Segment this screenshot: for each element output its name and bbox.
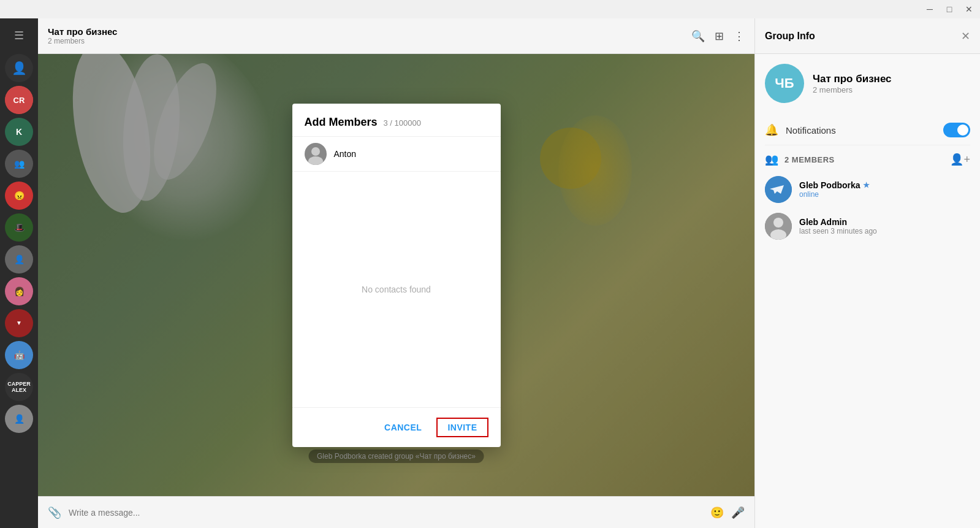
chat-title: Чат про бизнес (48, 26, 684, 37)
group-profile: ЧБ Чат про бизнес 2 members (765, 64, 970, 103)
titlebar: ─ □ ✕ (0, 0, 980, 18)
notifications-toggle[interactable] (943, 123, 970, 137)
sidebar-item-12[interactable]: 👤 (5, 405, 33, 433)
layout-icon[interactable]: ⊞ (715, 29, 724, 43)
group-info-content: ЧБ Чат про бизнес 2 members 🔔 Notificati… (755, 54, 980, 254)
group-avatar: ЧБ (765, 64, 804, 103)
member-name-gleb-podborka: Gleb Podborka ★ (799, 180, 970, 190)
star-icon: ★ (863, 181, 870, 189)
search-icon[interactable]: 🔍 (691, 29, 705, 43)
modal-title-row: Add Members 3 / 100000 (305, 116, 421, 129)
member-avatar-anton (305, 143, 327, 165)
sidebar-item-2[interactable]: CR (5, 86, 33, 114)
header-icons: 🔍 ⊞ ⋮ (691, 29, 745, 43)
chat-background: February 14 Gleb Podborka created group … (38, 54, 754, 496)
modal-header: Add Members 3 / 100000 (292, 104, 501, 137)
modal-footer: CANCEL INVITE (292, 407, 501, 447)
member-name-anton: Anton (334, 149, 357, 159)
members-icon: 👥 (765, 153, 778, 166)
sidebar-item-7[interactable]: 👤 (5, 245, 33, 274)
sidebar-item-11[interactable]: CAPPERALEX (5, 373, 33, 401)
group-name: Чат про бизнес (813, 73, 892, 85)
modal-count: 3 / 100000 (384, 118, 421, 128)
modal-title: Add Members (305, 116, 378, 129)
attach-icon[interactable]: 📎 (48, 506, 61, 519)
emoji-icon[interactable]: 🙂 (710, 506, 724, 519)
group-members-count: 2 members (813, 85, 892, 94)
add-member-button[interactable]: 👤+ (950, 153, 970, 166)
svg-point-2 (311, 147, 320, 156)
mic-icon[interactable]: 🎤 (731, 506, 745, 519)
chat-input-bar: 📎 🙂 🎤 (38, 496, 754, 528)
sidebar-item-10[interactable]: 🤖 (5, 341, 33, 369)
sidebar-item-1[interactable]: 👤 (5, 54, 33, 82)
invite-button[interactable]: INVITE (436, 418, 488, 437)
svg-point-3 (308, 156, 323, 165)
members-label: 2 MEMBERS (784, 155, 944, 164)
right-panel: Group Info ✕ ЧБ Чат про бизнес 2 members… (754, 18, 980, 528)
notifications-row: 🔔 Notifications (765, 115, 970, 145)
chat-area: Чат про бизнес 2 members 🔍 ⊞ ⋮ February … (38, 18, 754, 528)
more-options-icon[interactable]: ⋮ (734, 29, 745, 43)
members-section-header: 👥 2 MEMBERS 👤+ (765, 145, 970, 171)
chat-header-info: Чат про бизнес 2 members (48, 26, 684, 45)
member-name-gleb-admin: Gleb Admin (799, 217, 970, 227)
sidebar-item-9[interactable]: ▼ (5, 309, 33, 337)
member-row-gleb-podborka[interactable]: Gleb Podborka ★ online (765, 171, 970, 208)
group-details: Чат про бизнес 2 members (813, 73, 892, 94)
right-panel-close-button[interactable]: ✕ (961, 29, 970, 43)
sidebar-item-4[interactable]: 👥 (5, 150, 33, 178)
sidebar-item-6[interactable]: 🎩 (5, 213, 33, 242)
modal-empty-state: No contacts found (292, 172, 501, 407)
chat-subtitle: 2 members (48, 37, 684, 45)
selected-member-anton[interactable]: Anton (292, 137, 501, 172)
add-members-modal: Add Members 3 / 100000 Anton No contacts (292, 104, 501, 447)
svg-text:CR: CR (13, 96, 25, 105)
svg-point-6 (773, 218, 783, 228)
chat-header: Чат про бизнес 2 members 🔍 ⊞ ⋮ (38, 18, 754, 54)
member-info-gleb-admin: Gleb Admin last seen 3 minutes ago (799, 217, 970, 235)
member-avatar-gleb-admin (765, 213, 792, 240)
notifications-label: Notifications (786, 125, 936, 136)
modal-empty-text: No contacts found (362, 285, 431, 294)
app-container: ☰ 👤 CR K 👥 😠 🎩 👤 👩 ▼ 🤖 CAPPERALEX 👤 Ч (0, 18, 980, 528)
modal-overlay: Add Members 3 / 100000 Anton No contacts (38, 54, 754, 496)
close-window-button[interactable]: ✕ (963, 3, 975, 15)
member-row-gleb-admin[interactable]: Gleb Admin last seen 3 minutes ago (765, 208, 970, 245)
sidebar-item-5[interactable]: 😠 (5, 182, 33, 210)
right-panel-title: Group Info (765, 31, 961, 42)
bell-icon: 🔔 (765, 123, 778, 137)
member-avatar-gleb-podborka (765, 176, 792, 203)
member-info-gleb-podborka: Gleb Podborka ★ online (799, 180, 970, 199)
message-input[interactable] (69, 508, 703, 518)
member-status-gleb-podborka: online (799, 190, 970, 199)
right-panel-header: Group Info ✕ (755, 18, 980, 54)
sidebar-menu-icon[interactable]: ☰ (7, 23, 31, 48)
maximize-button[interactable]: □ (943, 3, 955, 15)
member-status-gleb-admin: last seen 3 minutes ago (799, 227, 970, 235)
minimize-button[interactable]: ─ (924, 3, 936, 15)
sidebar-item-3[interactable]: K (5, 118, 33, 146)
sidebar-item-8[interactable]: 👩 (5, 277, 33, 305)
cancel-button[interactable]: CANCEL (374, 418, 431, 437)
sidebar: ☰ 👤 CR K 👥 😠 🎩 👤 👩 ▼ 🤖 CAPPERALEX 👤 (0, 18, 38, 528)
